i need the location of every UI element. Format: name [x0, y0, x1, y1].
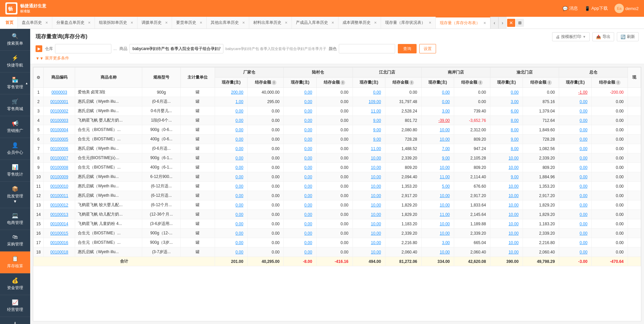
row-nanan-qty: 11.00 — [421, 210, 454, 219]
nanan-amt-info[interactable]: i — [478, 80, 483, 85]
app-download-btn[interactable]: 📱 App下载 — [585, 5, 608, 11]
search-icon: 🔍 — [1, 33, 29, 39]
tab-close-yaohuo[interactable]: ✕ — [200, 21, 202, 25]
tab-close-pandian[interactable]: ✕ — [45, 21, 48, 25]
row-total-amt: 0.00 — [592, 172, 628, 182]
factory-amt-info[interactable]: i — [272, 80, 276, 85]
row-name: 爱他美 卤茸3段 — [75, 88, 142, 97]
color-input[interactable] — [339, 44, 395, 53]
warehouse-ellipsis[interactable]: ... — [113, 46, 117, 51]
row-code: 00100010 — [44, 182, 75, 191]
sidebar-item-wholesale[interactable]: 📦 批发管理 — [0, 182, 30, 208]
setting-btn[interactable]: 设置 — [419, 44, 436, 53]
row-total-amt: 0.00 — [592, 229, 628, 238]
row-code: 00100004 — [44, 125, 75, 135]
tab-close-cailiao[interactable]: ✕ — [285, 21, 287, 25]
lu-amt-info[interactable]: i — [340, 80, 345, 85]
summary-total-qty: -3.00 — [559, 257, 592, 266]
tab-chengpin[interactable]: 产成品入库单历史 ✕ — [292, 17, 338, 29]
sidebar-item-search[interactable]: 🔍 搜索英单 — [0, 29, 30, 51]
tab-home[interactable]: 首页 — [1, 17, 18, 29]
row-factory-amt: 0.00 — [248, 153, 284, 163]
ecommerce-icon: 💻 — [1, 212, 29, 219]
product-input[interactable] — [129, 44, 223, 53]
row-yubei-qty: 9.00 — [490, 172, 523, 182]
row-total-qty: 0.00 — [559, 116, 592, 125]
tab-qtchu[interactable]: 其他出库单历史 ✕ — [207, 17, 249, 29]
yubei-amt-info[interactable]: i — [547, 80, 552, 85]
sidebar-item-retail-stats[interactable]: 📊 零售统计 — [0, 160, 30, 182]
tab-yaohuo[interactable]: 要货单历史 ✕ — [172, 17, 207, 29]
tab-zuzhang[interactable]: 组装拆卸单历史 ✕ — [95, 17, 138, 29]
row-yubei-qty: 10.00 — [490, 153, 523, 163]
query-btn[interactable]: 查询 — [398, 44, 417, 53]
row-lu-qty: 0.00 — [284, 219, 316, 229]
toggle-search-btn[interactable]: ▶ — [36, 45, 42, 52]
export-btn[interactable]: 📤 导出 — [592, 32, 614, 41]
sidebar-item-ecommerce[interactable]: 💻 电商管理 — [0, 208, 30, 230]
tab-chengben[interactable]: 成本调整单历史 ✕ — [338, 17, 381, 29]
tab-fenpandian[interactable]: 分量盘点单历史 ✕ — [52, 17, 95, 29]
tab-close-all-btn[interactable]: ✕ — [507, 19, 515, 27]
row-total-amt: 0.00 — [592, 191, 628, 200]
tab-close-fenpandian[interactable]: ✕ — [88, 21, 91, 25]
row-jiangbei-qty: 10.00 — [353, 153, 385, 163]
sidebar-item-finance[interactable]: 💰 资金管理 — [0, 273, 30, 295]
row-lu-amt: 0.00 — [316, 229, 353, 238]
tab-xiancun1[interactable]: 现存量（库存状况表） ✕ — [381, 17, 436, 29]
tab-close-xiancun1[interactable]: ✕ — [429, 21, 431, 25]
row-yubei-amt: 1,353.20 — [523, 182, 559, 191]
tab-expand-btn[interactable]: ⊞ — [516, 19, 524, 27]
row-spec: 400g（0-6... — [142, 135, 180, 144]
th-gear[interactable]: ⚙ — [34, 67, 44, 88]
tab-pandian[interactable]: 盘点单历史 ✕ — [18, 17, 52, 29]
th-jiangbei-group: 江北门店 — [353, 67, 421, 78]
sidebar-item-retail[interactable]: 🏪 零售管理 — [0, 73, 30, 94]
sidebar-item-basic[interactable]: ℹ 基础信息 — [0, 317, 30, 324]
tab-close-diaopo[interactable]: ✕ — [165, 21, 168, 25]
tab-close-chengpin[interactable]: ✕ — [331, 21, 334, 25]
table-container[interactable]: ⚙ 商品编码 商品名称 规格型号 主计量单位 厂家仓 陆村仓 江北门店 南岸门店… — [33, 67, 641, 321]
tab-close-zuzhang[interactable]: ✕ — [130, 21, 133, 25]
row-xian — [628, 229, 641, 238]
sidebar-item-mall[interactable]: 🛒 零售商城 — [0, 94, 30, 116]
row-yubei-amt: 1,379.04 — [523, 106, 559, 116]
tab-next-btn[interactable]: › — [498, 17, 506, 29]
tab-cailiao[interactable]: 材料出库单历史 ✕ — [249, 17, 292, 29]
warehouse-input[interactable] — [55, 44, 111, 53]
row-yubei-qty: 0.00 — [490, 88, 523, 97]
warehouse-label: 仓库 — [45, 46, 53, 52]
row-lu-qty: 0.00 — [284, 116, 316, 125]
sidebar-item-purchase[interactable]: 🛍 采购管理 — [0, 230, 30, 251]
row-yubei-amt: 0.00 — [523, 88, 559, 97]
user-avatar-area[interactable]: Ea demo2 — [614, 4, 639, 13]
row-unit: 罐 — [180, 182, 215, 191]
table-row: 10 00100009 惠氏启赋（Wyeth illu... 6-12月900.… — [34, 172, 641, 182]
tab-close-xiancun2[interactable]: ✕ — [483, 21, 486, 25]
jiangbei-amt-info[interactable]: i — [409, 80, 414, 85]
tab-diaopo[interactable]: 调拨单历史 ✕ — [138, 17, 172, 29]
sidebar-item-marketing[interactable]: 📢 营销推广 — [0, 116, 30, 138]
sidebar-item-operation[interactable]: 📈 经营管理 — [0, 295, 30, 317]
row-unit: 罐 — [180, 229, 215, 238]
tab-close-qtchu[interactable]: ✕ — [242, 21, 245, 25]
message-btn[interactable]: 💬 消息 — [562, 5, 578, 11]
total-amt-info[interactable]: i — [616, 80, 621, 85]
row-yubei-qty: 8.00 — [490, 116, 523, 125]
sidebar-item-nav[interactable]: ⚡ 快捷导航 — [0, 51, 30, 73]
sidebar-item-inventory[interactable]: 📋 库存核算 — [0, 251, 30, 273]
refresh-btn[interactable]: 🔄 刷新 — [617, 32, 639, 41]
row-xian — [628, 88, 641, 97]
row-total-amt: 0.00 — [592, 182, 628, 191]
product-label: 商品 — [119, 46, 127, 52]
tab-close-chengben[interactable]: ✕ — [374, 21, 377, 25]
expand-btn[interactable]: ▼▼ 展开更多条件 — [36, 55, 69, 61]
row-code: 00100003 — [44, 116, 75, 125]
print-btn[interactable]: 🖨 按模板打印 ▼ — [552, 32, 590, 41]
sidebar-item-member[interactable]: 👤 会员中心 — [0, 138, 30, 160]
tab-xiancun2[interactable]: 现存量（库存分布表） ✕ — [436, 17, 490, 29]
row-unit: 罐 — [180, 135, 215, 144]
row-xian — [628, 191, 641, 200]
gear-icon[interactable]: ⚙ — [37, 75, 40, 80]
tab-prev-btn[interactable]: ‹ — [490, 17, 498, 29]
